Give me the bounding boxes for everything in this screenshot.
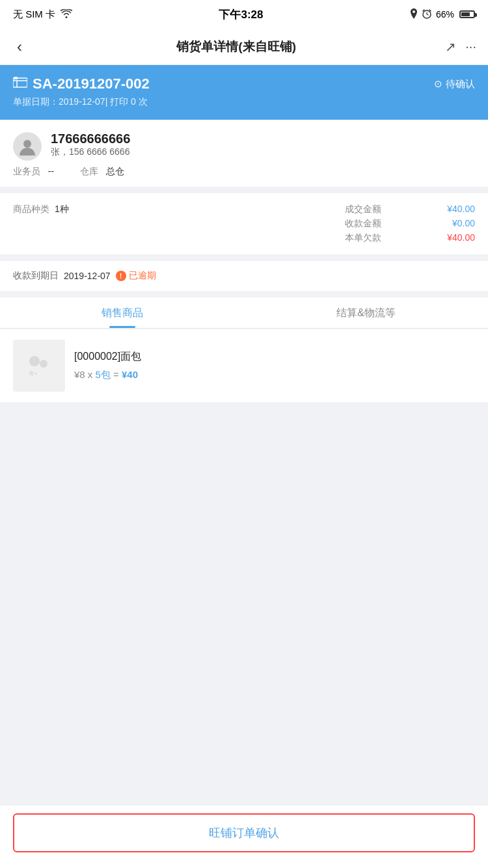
- battery-percent: 66%: [436, 9, 454, 20]
- bottom-bar: 旺铺订单确认: [0, 806, 488, 868]
- status-time: 下午3:28: [219, 7, 263, 22]
- location-icon: [410, 8, 418, 21]
- svg-point-3: [23, 140, 31, 148]
- status-text: 待确认: [446, 78, 475, 90]
- more-button[interactable]: ···: [465, 39, 476, 54]
- svg-text:野+: 野+: [29, 371, 38, 377]
- tab-settlement-label: 结算&物流等: [336, 307, 396, 318]
- carrier-label: 无 SIM 卡: [13, 8, 55, 21]
- summary-left: 商品种类 1种: [13, 204, 244, 217]
- warehouse-label: 仓库: [80, 166, 98, 176]
- warehouse-item: 仓库 总仓: [80, 166, 124, 178]
- svg-rect-2: [14, 77, 18, 79]
- balance-label: 本单欠款: [345, 232, 381, 244]
- product-price-row: ¥8 x 5包 = ¥40: [74, 369, 475, 381]
- overdue-icon: !: [116, 271, 126, 281]
- alarm-icon: [422, 8, 432, 21]
- summary-section: 商品种类 1种 成交金额 ¥40.00 收款金额 ¥0.00 本单欠款 ¥40.…: [0, 193, 488, 254]
- confirm-button[interactable]: 旺铺订单确认: [13, 813, 475, 852]
- transaction-row: 成交金额 ¥40.00: [345, 204, 475, 215]
- equals-symbol: =: [113, 369, 119, 380]
- balance-row: 本单欠款 ¥40.00: [345, 232, 475, 244]
- tab-settlement[interactable]: 结算&物流等: [244, 297, 488, 328]
- page-title: 销货单详情(来自旺铺): [176, 38, 296, 55]
- svg-point-4: [29, 356, 40, 366]
- order-icon: [13, 75, 27, 92]
- product-total: ¥40: [122, 369, 138, 380]
- order-id: SA-20191207-002: [13, 75, 150, 92]
- due-section: 收款到期日 2019-12-07 ! 已逾期: [0, 261, 488, 291]
- order-meta: 单据日期：2019-12-07| 打印 0 次: [13, 96, 475, 108]
- balance-value: ¥40.00: [447, 232, 475, 244]
- product-name: [0000002]面包: [74, 350, 475, 364]
- share-button[interactable]: ↗: [445, 39, 456, 55]
- salesperson-item: 业务员 --: [13, 166, 54, 178]
- warehouse-value: 总仓: [106, 166, 124, 176]
- product-price: ¥8: [74, 369, 85, 380]
- payment-value: ¥0.00: [452, 218, 475, 230]
- header-top: SA-20191207-002 ⊙ 待确认: [13, 75, 475, 92]
- overdue-badge: ! 已逾期: [116, 270, 156, 282]
- order-print-info: | 打印 0 次: [105, 96, 148, 107]
- overdue-text: 已逾期: [129, 270, 156, 282]
- order-date: 2019-12-07: [59, 96, 105, 107]
- order-header-card: SA-20191207-002 ⊙ 待确认 单据日期：2019-12-07| 打…: [0, 65, 488, 120]
- nav-actions: ↗ ···: [445, 39, 476, 55]
- due-label: 收款到期日: [13, 270, 59, 282]
- customer-section: 17666666666 张，156 6666 6666 业务员 -- 仓库 总仓: [0, 120, 488, 187]
- status-bar: 无 SIM 卡 下午3:28 66%: [0, 0, 488, 29]
- avatar: [13, 132, 42, 161]
- product-info: [0000002]面包 ¥8 x 5包 = ¥40: [74, 350, 475, 381]
- tabs-section: 销售商品 结算&物流等: [0, 297, 488, 329]
- back-button[interactable]: ‹: [12, 35, 27, 59]
- order-status-badge: ⊙ 待确认: [434, 78, 475, 90]
- status-left: 无 SIM 卡: [13, 8, 72, 21]
- tab-sales-label: 销售商品: [102, 307, 143, 318]
- order-date-label: 单据日期：: [13, 96, 59, 107]
- product-item: 野+ [0000002]面包 ¥8 x 5包 = ¥40: [0, 329, 488, 402]
- svg-rect-1: [13, 78, 27, 87]
- salesperson-value: --: [48, 166, 54, 176]
- multiply-symbol: x: [88, 369, 93, 380]
- customer-name: 张，156 6666 6666: [51, 146, 130, 158]
- product-type-label: 商品种类: [13, 204, 49, 215]
- battery-icon: [459, 10, 475, 18]
- tab-sales-product[interactable]: 销售商品: [0, 297, 244, 328]
- customer-phone: 17666666666: [51, 131, 130, 146]
- customer-meta-row: 业务员 -- 仓库 总仓: [13, 166, 475, 178]
- nav-bar: ‹ 销货单详情(来自旺铺) ↗ ···: [0, 29, 488, 65]
- product-qty: 5包: [96, 369, 111, 380]
- customer-info: 17666666666 张，156 6666 6666: [51, 131, 130, 161]
- product-type-value: 1种: [55, 204, 69, 215]
- product-section: 野+ [0000002]面包 ¥8 x 5包 = ¥40: [0, 329, 488, 402]
- payment-label: 收款金额: [345, 218, 381, 230]
- transaction-label: 成交金额: [345, 204, 381, 215]
- customer-row: 17666666666 张，156 6666 6666: [13, 131, 475, 161]
- salesperson-label: 业务员: [13, 166, 40, 176]
- product-type-item: 商品种类 1种: [13, 204, 244, 215]
- due-date: 2019-12-07: [64, 271, 111, 281]
- empty-area: [0, 402, 488, 532]
- wifi-icon: [61, 9, 72, 20]
- transaction-value: ¥40.00: [447, 204, 475, 215]
- tabs-row: 销售商品 结算&物流等: [0, 297, 488, 329]
- order-id-text: SA-20191207-002: [33, 75, 150, 92]
- summary-right: 成交金额 ¥40.00 收款金额 ¥0.00 本单欠款 ¥40.00: [244, 204, 475, 244]
- svg-point-5: [40, 360, 47, 368]
- status-clock-icon: ⊙: [434, 78, 442, 90]
- payment-row: 收款金额 ¥0.00: [345, 218, 475, 230]
- status-right: 66%: [410, 8, 475, 21]
- product-thumbnail: 野+: [13, 340, 65, 392]
